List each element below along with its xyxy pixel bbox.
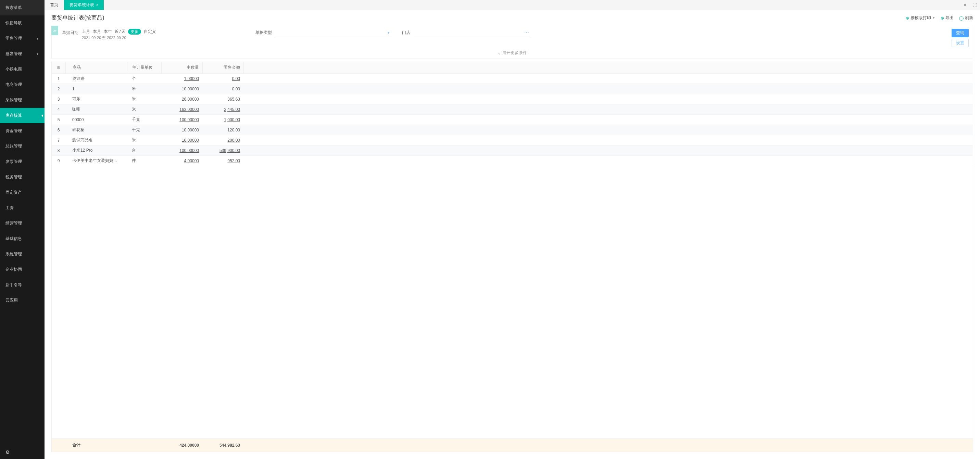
data-table: ⚙ 商品 主计量单位 主数量 零售金额 1奥迪路个1.000000.0021米1… xyxy=(51,62,973,452)
page-actions: ⊕ 按模版打印 ▼ ⊕ 导出 ◯ 刷新 xyxy=(906,15,973,21)
close-icon[interactable]: × xyxy=(96,3,98,7)
sidebar-item-0[interactable]: 搜索菜单 xyxy=(0,0,45,16)
export-button[interactable]: ⊕ 导出 xyxy=(940,15,954,21)
date-quick-option[interactable]: 上月 xyxy=(82,29,90,35)
filter-panel: ≫ 单据日期 上月本月本年近7天更多自定义 2021-09-20 至 2022-… xyxy=(51,26,973,59)
cell-qty[interactable]: 10.00000 xyxy=(161,125,202,135)
cell-qty[interactable]: 100.00000 xyxy=(161,115,202,125)
cell-idx: 9 xyxy=(52,156,65,166)
cell-qty[interactable]: 10.00000 xyxy=(161,84,202,94)
print-icon: ⊕ xyxy=(906,16,909,21)
sidebar-item-15[interactable]: 基础信息 xyxy=(0,231,45,246)
filter-collapse-toggle[interactable]: ≫ xyxy=(51,26,58,35)
sidebar-item-10[interactable]: 发票管理 xyxy=(0,154,45,170)
cell-spacer xyxy=(243,74,973,84)
col-header-unit[interactable]: 主计量单位 xyxy=(127,62,161,74)
chevron-down-icon: ▼ xyxy=(36,37,39,40)
cell-unit: 米 xyxy=(127,94,161,105)
chevron-down-icon[interactable]: ▼ xyxy=(387,31,390,35)
sidebar-item-label: 经营管理 xyxy=(5,221,22,226)
sidebar-item-label: 企业协同 xyxy=(5,267,22,272)
sidebar-item-16[interactable]: 系统管理 xyxy=(0,246,45,262)
refresh-icon: ◯ xyxy=(959,16,964,21)
refresh-button[interactable]: ◯ 刷新 xyxy=(959,15,973,21)
refresh-label: 刷新 xyxy=(965,15,973,21)
cell-qty[interactable]: 100.00000 xyxy=(161,146,202,156)
sidebar-item-17[interactable]: 企业协同 xyxy=(0,262,45,277)
cell-product: 00000 xyxy=(65,115,127,125)
cell-amount[interactable]: 1,000.00 xyxy=(202,115,243,125)
cell-amount[interactable]: 2,445.00 xyxy=(202,105,243,115)
sidebar-item-8[interactable]: 资金管理 xyxy=(0,123,45,139)
page-title: 要货单统计表(按商品) xyxy=(51,14,105,22)
cell-amount[interactable]: 120.00 xyxy=(202,125,243,135)
date-quick-option[interactable]: 本年 xyxy=(104,29,112,35)
tab-1[interactable]: 要货单统计表× xyxy=(64,0,104,10)
filter-type-label: 单据类型 xyxy=(255,29,272,36)
settings-button[interactable]: 设置 xyxy=(951,39,969,47)
cell-spacer xyxy=(243,105,973,115)
table-row: 4咖啡米163.000002,445.00 xyxy=(52,105,973,115)
sidebar-item-13[interactable]: 工资 xyxy=(0,200,45,216)
bill-type-select[interactable] xyxy=(275,29,392,36)
cell-amount[interactable]: 365.63 xyxy=(202,94,243,105)
sidebar-item-label: 固定资产 xyxy=(5,190,22,195)
search-button[interactable]: 查询 xyxy=(951,29,969,37)
sidebar-item-18[interactable]: 新手引导 xyxy=(0,277,45,293)
sidebar-item-9[interactable]: 总账管理 xyxy=(0,139,45,154)
cell-amount[interactable]: 200.00 xyxy=(202,135,243,146)
col-header-amount[interactable]: 零售金额 xyxy=(202,62,243,74)
expand-filters-toggle[interactable]: ⌄ 展开更多条件 xyxy=(498,50,527,56)
cell-product: 测试商品名 xyxy=(65,135,127,146)
table-header-row: ⚙ 商品 主计量单位 主数量 零售金额 xyxy=(52,62,973,74)
sidebar-item-12[interactable]: 固定资产 xyxy=(0,185,45,200)
cell-product: 可乐 xyxy=(65,94,127,105)
expand-filters-label: 展开更多条件 xyxy=(502,50,527,56)
cell-amount[interactable]: 0.00 xyxy=(202,74,243,84)
sidebar-item-5[interactable]: 电商管理 xyxy=(0,77,45,92)
filter-date-label: 单据日期 xyxy=(62,29,78,36)
tab-close-all-icon[interactable]: ✕ xyxy=(961,1,969,9)
col-header-product[interactable]: 商品 xyxy=(65,62,127,74)
tab-fullscreen-icon[interactable]: ⛶ xyxy=(970,1,978,9)
sidebar-item-2[interactable]: 零售管理▼ xyxy=(0,31,45,46)
sidebar-item-6[interactable]: 采购管理 xyxy=(0,92,45,108)
date-quick-option[interactable]: 本月 xyxy=(93,29,101,35)
sidebar-item-1[interactable]: 快捷导航 xyxy=(0,16,45,31)
col-header-qty[interactable]: 主数量 xyxy=(161,62,202,74)
cell-qty[interactable]: 1.00000 xyxy=(161,74,202,84)
cell-unit: 千克 xyxy=(127,125,161,135)
date-custom-option[interactable]: 自定义 xyxy=(144,29,156,35)
date-quick-option[interactable]: 近7天 xyxy=(115,29,125,35)
sidebar-item-label: 发票管理 xyxy=(5,159,22,165)
cell-unit: 件 xyxy=(127,156,161,166)
table-settings-icon[interactable]: ⚙ xyxy=(57,65,60,70)
settings-gear-icon[interactable]: ⚙ xyxy=(5,449,10,455)
sidebar-item-4[interactable]: 小畅电商 xyxy=(0,62,45,77)
sidebar-item-11[interactable]: 税务管理 xyxy=(0,170,45,185)
table-row: 9卡伊美中老年女装妈妈...件4.00000952.00 xyxy=(52,156,973,166)
more-icon[interactable]: ⋯ xyxy=(524,30,529,35)
cell-qty[interactable]: 10.00000 xyxy=(161,135,202,146)
cell-unit: 米 xyxy=(127,84,161,94)
cell-spacer xyxy=(243,84,973,94)
cell-unit: 个 xyxy=(127,74,161,84)
cell-amount[interactable]: 952.00 xyxy=(202,156,243,166)
sidebar-item-label: 税务管理 xyxy=(5,174,22,180)
sidebar-item-7[interactable]: 库存核算 xyxy=(0,108,45,123)
cell-qty[interactable]: 163.00000 xyxy=(161,105,202,115)
cell-amount[interactable]: 539,900.00 xyxy=(202,146,243,156)
date-more-badge[interactable]: 更多 xyxy=(128,29,141,35)
sidebar-item-14[interactable]: 经营管理 xyxy=(0,216,45,231)
store-select[interactable] xyxy=(414,29,530,36)
print-button[interactable]: ⊕ 按模版打印 ▼ xyxy=(906,15,935,21)
cell-qty[interactable]: 4.00000 xyxy=(161,156,202,166)
cell-amount[interactable]: 0.00 xyxy=(202,84,243,94)
sidebar-item-3[interactable]: 批发管理▼ xyxy=(0,46,45,62)
filter-store-label: 门店 xyxy=(402,29,410,36)
cell-qty[interactable]: 26.00000 xyxy=(161,94,202,105)
sidebar-item-19[interactable]: 云应用 xyxy=(0,293,45,308)
sidebar-item-label: 云应用 xyxy=(5,297,18,303)
tabbar: 首页要货单统计表× ✕ ⛶ xyxy=(45,0,980,10)
tab-0[interactable]: 首页 xyxy=(45,0,64,10)
